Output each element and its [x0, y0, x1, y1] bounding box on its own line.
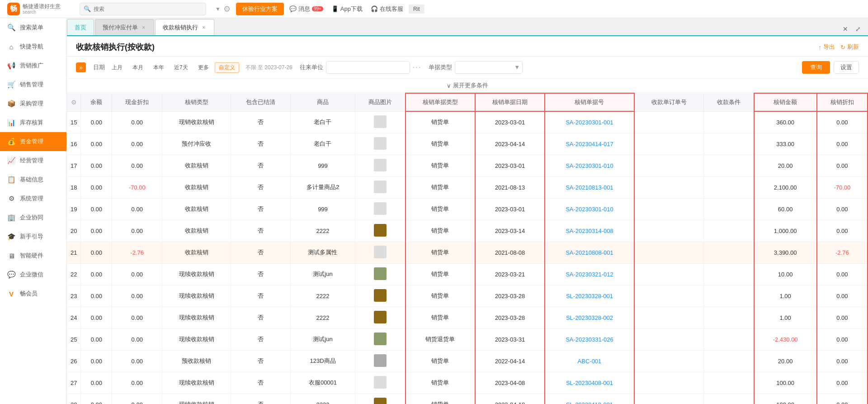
- sidebar-item-guide[interactable]: 🎓 新手引导: [0, 227, 66, 246]
- capital-icon: 💰: [7, 138, 15, 146]
- td-balance: 0.00: [81, 328, 112, 350]
- sidebar-item-sales[interactable]: 🛒 销售管理: [0, 75, 66, 94]
- td-receipt-condition: [703, 372, 754, 394]
- sidebar-item-operation[interactable]: 📈 经营管理: [0, 151, 66, 170]
- purchase-icon: 📦: [7, 100, 15, 108]
- td-row-no: 21: [67, 242, 81, 263]
- date-custom[interactable]: 自定义: [215, 62, 239, 73]
- td-goods: 123D商品: [290, 350, 355, 372]
- td-cash-discount: 0.00: [112, 328, 162, 350]
- search-btn[interactable]: 查询: [802, 61, 830, 74]
- td-receipt-order-no: [634, 198, 703, 220]
- gear-icon[interactable]: ⚙: [71, 99, 77, 106]
- td-writeoff-bill-type: 销货单: [406, 350, 475, 372]
- td-cash-discount: -2.76: [112, 242, 162, 263]
- from-unit-input[interactable]: [326, 61, 410, 74]
- tab-close-prepay[interactable]: ×: [141, 24, 146, 31]
- td-include-settled: 否: [231, 285, 291, 307]
- marketing-icon: 📢: [7, 62, 15, 70]
- tab-expand-btn[interactable]: ⤢: [853, 24, 863, 34]
- td-balance: 0.00: [81, 307, 112, 328]
- notify-btn[interactable]: 💬 消息 99+: [289, 5, 323, 13]
- top-search-box[interactable]: 🔍: [80, 3, 206, 15]
- tab-close-btn[interactable]: ✕: [840, 24, 851, 34]
- sidebar-item-purchase[interactable]: 📦 采购管理: [0, 94, 66, 113]
- tab-home[interactable]: 首页: [67, 19, 94, 35]
- date-this-month[interactable]: 本月: [128, 62, 147, 73]
- sidebar-item-system[interactable]: ⚙ 系统管理: [0, 189, 66, 208]
- top-search-input[interactable]: [94, 6, 202, 12]
- td-receipt-condition: [703, 111, 754, 133]
- td-goods-img: [355, 220, 406, 242]
- tab-prepay[interactable]: 预付冲应付单 ×: [95, 19, 154, 35]
- td-balance: 0.00: [81, 350, 112, 372]
- expand-filter-btn[interactable]: »: [76, 62, 86, 72]
- sidebar-item-vip[interactable]: V 畅会员: [0, 284, 66, 303]
- sidebar-item-marketing[interactable]: 📢 营销推广: [0, 56, 66, 75]
- td-goods: 测试多属性: [290, 242, 355, 263]
- table-row: 27 0.00 0.00 现续收款核销 否 衣服00001 销货单 2023-0…: [67, 372, 868, 394]
- td-writeoff-amount: 2,100.00: [754, 176, 817, 198]
- sidebar-item-hardware[interactable]: 🖥 智能硬件: [0, 246, 66, 265]
- td-balance: 0.00: [81, 285, 112, 307]
- date-7days[interactable]: 近7天: [170, 62, 192, 73]
- td-writeoff-discount: 0.00: [817, 155, 868, 176]
- table-body: 15 0.00 0.00 现销收款核销 否 老白干 销货单 2023-03-01…: [67, 111, 868, 404]
- from-unit-more[interactable]: ···: [413, 63, 421, 71]
- sidebar-item-inventory[interactable]: 📊 库存核算: [0, 113, 66, 132]
- td-writeoff-discount: 0.00: [817, 111, 868, 133]
- td-writeoff-amount: 1.00: [754, 285, 817, 307]
- sidebar-item-search[interactable]: 🔍 搜索菜单: [0, 18, 66, 37]
- table-row: 28 0.00 0.00 现续收款核销 否 2222 销货单 2023-04-1…: [67, 394, 868, 404]
- expand-more-btn[interactable]: ∨ 展开更多条件: [447, 81, 488, 90]
- user-area[interactable]: Rit: [409, 5, 425, 14]
- app-download-btn[interactable]: 📱 App下载: [331, 5, 363, 13]
- settings-filter-btn[interactable]: 设置: [834, 61, 859, 74]
- online-service-btn[interactable]: 🎧 在线客服: [371, 5, 403, 13]
- refresh-icon: ↻: [840, 44, 845, 51]
- refresh-btn[interactable]: ↻ 刷新: [840, 43, 859, 51]
- td-writeoff-discount: 0.00: [817, 220, 868, 242]
- date-last-month[interactable]: 上月: [108, 62, 127, 73]
- td-receipt-condition: [703, 133, 754, 155]
- td-goods-img: [355, 263, 406, 285]
- tab-close-receivable[interactable]: ×: [201, 24, 207, 31]
- receipt-type-select[interactable]: [455, 61, 523, 74]
- td-include-settled: 否: [231, 242, 291, 263]
- date-more[interactable]: 更多: [194, 62, 213, 73]
- td-goods-img: [355, 198, 406, 220]
- td-row-no: 25: [67, 328, 81, 350]
- sidebar-item-enterprise[interactable]: 🏢 企业协同: [0, 208, 66, 227]
- industry-btn[interactable]: 休验行业方案: [236, 3, 284, 15]
- td-writeoff-bill-no: SA-20230301-010: [545, 155, 634, 176]
- td-receipt-condition: [703, 263, 754, 285]
- td-goods-img: [355, 285, 406, 307]
- td-receipt-order-no: [634, 176, 703, 198]
- settings-icon[interactable]: ⚙: [223, 4, 231, 14]
- search-icon: 🔍: [7, 24, 15, 32]
- td-writeoff-amount: 1.00: [754, 307, 817, 328]
- sidebar-item-basic[interactable]: 📋 基础信息: [0, 170, 66, 189]
- td-row-no: 18: [67, 176, 81, 198]
- td-include-settled: 否: [231, 220, 291, 242]
- table-row: 18 0.00 -70.00 收款核销 否 多计量商品2 销货单 2021-08…: [67, 176, 868, 198]
- sidebar-item-wechat[interactable]: 💬 企业微信: [0, 265, 66, 284]
- sidebar-item-quick[interactable]: ⌂ 快捷导航: [0, 37, 66, 56]
- expand-more-bar: ∨ 展开更多条件: [67, 79, 868, 93]
- sidebar-item-capital[interactable]: 💰 资金管理: [0, 132, 66, 151]
- th-settings[interactable]: ⚙: [67, 93, 81, 111]
- th-goods-img: 商品图片: [355, 93, 406, 111]
- td-writeoff-bill-type: 销货退货单: [406, 328, 475, 350]
- td-goods: 测试jun: [290, 263, 355, 285]
- hardware-icon: 🖥: [7, 252, 15, 260]
- td-receipt-order-no: [634, 111, 703, 133]
- td-writeoff-bill-type: 销货单: [406, 155, 475, 176]
- export-btn[interactable]: ↑ 导出: [819, 43, 835, 51]
- tab-receivable[interactable]: 收款核销执行 ×: [155, 19, 214, 35]
- home-icon: ⌂: [7, 43, 15, 51]
- td-goods-img: [355, 328, 406, 350]
- date-this-year[interactable]: 本年: [149, 62, 168, 73]
- th-goods: 商品: [290, 93, 355, 111]
- td-goods-img: [355, 133, 406, 155]
- td-goods: 2222: [290, 307, 355, 328]
